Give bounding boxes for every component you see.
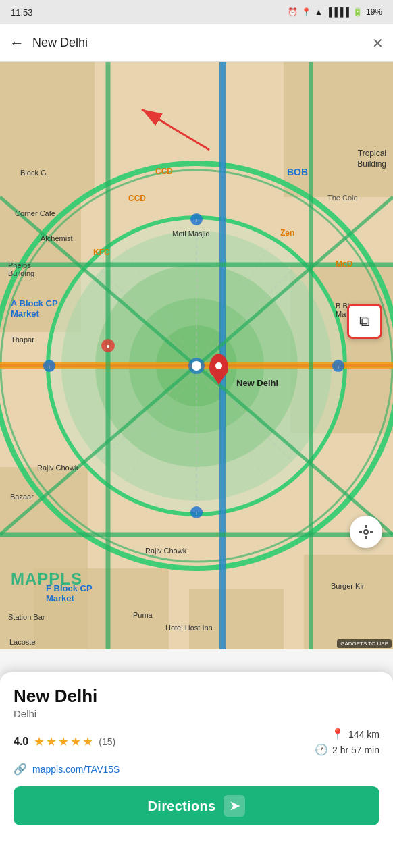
wifi-icon: ▲ [315, 7, 323, 17]
rating-right: 📍 144 km 🕐 2 hr 57 min [315, 728, 379, 756]
bottom-panel: New Delhi Delhi 4.0 ★ ★ ★ ★ ★ (15) 📍 144… [0, 672, 393, 868]
new-delhi-map-label: New Delhi [236, 378, 278, 388]
rating-row: 4.0 ★ ★ ★ ★ ★ (15) 📍 144 km 🕐 2 hr 57 mi… [14, 728, 379, 756]
svg-rect-8 [304, 555, 393, 649]
svg-text:i: i [196, 217, 197, 223]
a-block-label: A Block CPMarket [11, 298, 58, 319]
corner-cafe-label: Corner Cafe [15, 209, 55, 217]
place-name: New Delhi [14, 686, 379, 707]
gadgets-watermark: GADGETS TO USE [337, 639, 392, 648]
link-row: 🔗 mappls.com/TAV15S [14, 763, 379, 776]
burger-king-label: Burger Kir [331, 582, 365, 590]
duration-row: 🕐 2 hr 57 min [315, 743, 379, 756]
lacoste-label: Lacoste [9, 638, 36, 646]
clock-icon: 🕐 [315, 743, 328, 756]
star-4: ★ [70, 734, 81, 749]
svg-rect-1 [0, 62, 95, 197]
thapar-label: Thapar [11, 335, 34, 344]
gps-button[interactable] [350, 516, 382, 548]
layers-icon: ⧉ [359, 313, 370, 330]
svg-text:i: i [49, 364, 50, 370]
star-5: ★ [82, 734, 93, 749]
battery-icon: 🔋 [352, 7, 363, 17]
place-subtitle: Delhi [14, 708, 379, 720]
layer-button[interactable]: ⧉ [347, 304, 382, 339]
directions-label: Directions [148, 798, 216, 814]
bazaar-label: Bazaar [10, 493, 34, 501]
ccd-top-label: CCD [155, 167, 173, 176]
location-icon: 📍 [301, 7, 311, 17]
svg-point-36 [192, 361, 201, 371]
the-color-label: The Colo [328, 194, 358, 202]
moti-masjid-label: Moti Masjid [172, 229, 210, 238]
svg-point-49 [364, 530, 368, 534]
rating-number: 4.0 [14, 736, 28, 748]
status-icons: ⏰ 📍 ▲ ▐▐▐▐ 🔋 19% [288, 7, 382, 17]
directions-button[interactable]: Directions ➤ [14, 786, 379, 825]
station-bar-label: Station Bar [8, 613, 45, 621]
distance-value: 144 km [348, 729, 379, 740]
ccd-top2-label: CCD [128, 194, 146, 203]
svg-rect-7 [189, 589, 284, 649]
distance-icon: 📍 [331, 728, 344, 740]
directions-arrow: ➤ [224, 795, 245, 817]
search-bar: ← ✕ [0, 24, 393, 62]
distance-row: 📍 144 km [331, 728, 379, 740]
zen-label: Zen [280, 228, 294, 238]
puma-label: Puma [133, 611, 153, 619]
mappls-brand: MAPPLS [11, 570, 82, 589]
back-button[interactable]: ← [9, 34, 24, 52]
status-bar: 11:53 ⏰ 📍 ▲ ▐▐▐▐ 🔋 19% [0, 0, 393, 24]
svg-text:●: ● [106, 342, 110, 350]
stars-display: ★ ★ ★ ★ ★ [34, 734, 93, 749]
search-input[interactable] [32, 36, 364, 50]
location-pin [209, 354, 228, 378]
duration-value: 2 hr 57 min [332, 744, 379, 755]
directions-arrow-icon: ➤ [230, 798, 240, 813]
battery-percent: 19% [366, 7, 382, 17]
rating-left: 4.0 ★ ★ ★ ★ ★ (15) [14, 734, 115, 749]
mcd-label: McD [336, 259, 352, 269]
link-icon: 🔗 [14, 763, 27, 776]
time-display: 11:53 [11, 7, 33, 18]
place-link[interactable]: mappls.com/TAV15S [32, 764, 120, 775]
kfc-label: KFC [93, 248, 110, 257]
map-area: ● i i i i TropicalBuilding Block G Corne… [0, 62, 393, 649]
gps-icon [358, 524, 374, 540]
signal-icon: ▐▐▐▐ [326, 7, 349, 17]
phelps-building-label: PhelpsBuilding [8, 261, 34, 277]
close-button[interactable]: ✕ [372, 35, 384, 51]
star-1: ★ [34, 734, 45, 749]
star-2: ★ [46, 734, 57, 749]
svg-line-48 [142, 109, 209, 150]
block-g-label: Block G [20, 169, 47, 177]
tropical-building-label: TropicalBuilding [357, 148, 386, 169]
svg-text:i: i [338, 364, 339, 370]
alarm-icon: ⏰ [288, 7, 298, 17]
review-count: (15) [99, 736, 115, 747]
star-3: ★ [58, 734, 69, 749]
rajiv-chowk-road-label: Rajiv Chowk [145, 547, 186, 555]
alchemist-label: Alchemist [41, 234, 73, 242]
rajiv-chowk-label: Rajiv Chowk [37, 464, 78, 472]
svg-text:i: i [196, 510, 197, 516]
hotel-host-inn-label: Hotel Host Inn [165, 624, 213, 632]
bob-label: BOB [287, 167, 308, 178]
red-arrow-annotation [115, 103, 216, 157]
